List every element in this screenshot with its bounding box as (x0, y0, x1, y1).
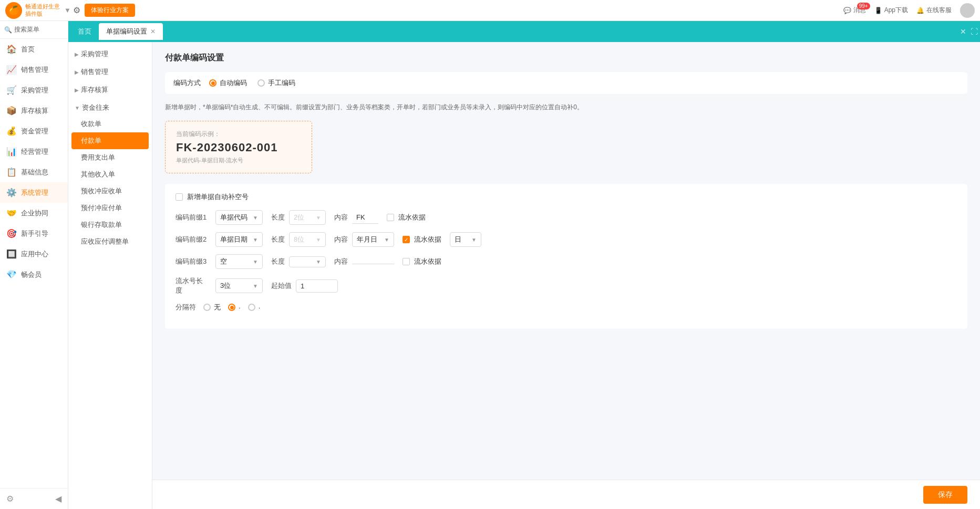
sub-item-bank-deposit[interactable]: 银行存取款单 (68, 216, 152, 233)
sidebar-item-label: 畅会员 (21, 270, 42, 279)
chevron-right-icon: ▶ (75, 51, 79, 57)
prefix-1-content-group: 内容 FK (334, 211, 378, 224)
sidebar-item-apps[interactable]: 🔲 应用中心 (0, 244, 68, 264)
sidebar-item-finance[interactable]: 💰 资金管理 (0, 121, 68, 141)
sub-group-purchase: ▶ 采购管理 (68, 46, 152, 62)
system-icon: ⚙️ (6, 188, 17, 198)
sidebar-item-basic[interactable]: 📋 基础信息 (0, 162, 68, 182)
sep-none-radio[interactable]: 无 (203, 303, 221, 312)
prefix-3-select[interactable]: 空 ▼ (215, 254, 263, 269)
sidebar-item-purchase[interactable]: 🛒 采购管理 (0, 80, 68, 100)
sidebar-item-enterprise[interactable]: 🤝 企业协同 (0, 203, 68, 223)
sidebar-item-label: 企业协同 (21, 209, 48, 218)
sidebar-item-label: 库存核算 (21, 106, 48, 116)
purchase-icon: 🛒 (6, 85, 17, 95)
sidebar-item-label: 资金管理 (21, 127, 48, 136)
sep-dot2-radio[interactable]: · (248, 304, 261, 311)
sidebar-item-label: 经营管理 (21, 147, 48, 157)
sub-item-payment[interactable]: 付款单 (71, 132, 149, 149)
prefix-1-length-select: 2位 ▼ (289, 210, 326, 225)
auto-fill-row: 新增单据自动补空号 (176, 192, 957, 202)
tab-encoding[interactable]: 单据编码设置 ✕ (99, 23, 163, 40)
sidebar-collapse-icon[interactable]: ◀ (55, 494, 61, 504)
settings-icon[interactable]: ⚙ (73, 5, 80, 15)
online-service-button[interactable]: 🔔 在线客服 (916, 6, 952, 15)
auto-encoding-radio[interactable]: 自动编码 (209, 78, 247, 88)
sub-group-sales-title[interactable]: ▶ 销售管理 (68, 64, 152, 80)
sidebar-item-label: 系统管理 (21, 188, 48, 198)
sidebar-item-home[interactable]: 🏠 首页 (0, 39, 68, 59)
sidebar-settings-icon[interactable]: ⚙ (6, 494, 14, 504)
tab-maximize-icon[interactable]: ⛶ (971, 27, 978, 36)
stream-1-label: 流水依据 (398, 213, 426, 222)
sidebar-nav: 🏠 首页 📈 销售管理 🛒 采购管理 📦 库存核算 💰 资金管理 📊 经 (0, 39, 68, 488)
start-value-input[interactable] (296, 279, 338, 293)
sub-item-advance-payable[interactable]: 预付冲应付单 (68, 200, 152, 216)
manual-encoding-radio[interactable]: 手工编码 (257, 78, 295, 88)
content-2-select[interactable]: 年月日 ▼ (352, 232, 394, 247)
prefix-2-content-group: 内容 年月日 ▼ (334, 232, 394, 247)
content-2-arrow: ▼ (384, 237, 389, 243)
top-bar-left: 🍊 畅通道好生意 插件版 ▼ ⚙ 体验行业方案 (5, 2, 135, 19)
auto-fill-checkbox[interactable] (176, 193, 183, 201)
stream-2-checkbox[interactable]: ✓ (403, 236, 410, 243)
sub-group-capital-title[interactable]: ▼ 资金往来 (68, 100, 152, 116)
stream-2-label: 流水依据 (414, 235, 441, 244)
brand-logo-icon: 🍊 (8, 5, 19, 15)
sub-item-expenses[interactable]: 费用支出单 (68, 149, 152, 166)
stream-1-checkbox[interactable] (387, 214, 394, 221)
prefix-1-select[interactable]: 单据代码 ▼ (215, 210, 263, 225)
sidebar-item-sales[interactable]: 📈 销售管理 (0, 59, 68, 80)
sub-item-ar-ap-adjust[interactable]: 应收应付调整单 (68, 233, 152, 250)
tab-home-label: 首页 (78, 27, 91, 36)
prefix-3-length-select[interactable]: ▼ (289, 256, 326, 267)
sidebar-search[interactable]: 🔍 搜索菜单 (0, 21, 68, 39)
save-button[interactable]: 保存 (923, 486, 967, 504)
tab-home[interactable]: 首页 (70, 23, 99, 40)
sub-item-other-income[interactable]: 其他收入单 (68, 166, 152, 183)
sub-item-advance-receivable[interactable]: 预收冲应收单 (68, 183, 152, 200)
experience-button[interactable]: 体验行业方案 (85, 4, 135, 17)
sidebar-item-operations[interactable]: 📊 经营管理 (0, 141, 68, 162)
sep-dot-label: · (239, 304, 241, 311)
preview-label: 当前编码示例： (176, 130, 301, 139)
length-label-2: 长度 (271, 235, 285, 244)
serial-length-select[interactable]: 3位 ▼ (215, 278, 263, 293)
sidebar-item-member[interactable]: 💎 畅会员 (0, 264, 68, 285)
dropdown-arrow-icon[interactable]: ▼ (64, 6, 71, 14)
sidebar-item-guide[interactable]: 🎯 新手引导 (0, 223, 68, 244)
user-avatar[interactable] (960, 3, 975, 18)
app-download-button[interactable]: 📱 App下载 (874, 6, 908, 15)
sidebar-item-system[interactable]: ⚙️ 系统管理 (0, 182, 68, 203)
tab-close-icon[interactable]: ✕ (150, 28, 156, 35)
messages-button[interactable]: 💬 消息 99+ (843, 6, 866, 15)
stream-3-checkbox[interactable] (403, 258, 410, 265)
sub-item-receipts[interactable]: 收款单 (68, 116, 152, 132)
prefix-1-label: 编码前缀1 (176, 213, 207, 222)
tab-minimize-icon[interactable]: ✕ (960, 27, 966, 36)
sidebar-item-inventory[interactable]: 📦 库存核算 (0, 100, 68, 121)
bottom-bar: 保存 (152, 480, 980, 509)
sub-group-label: 采购管理 (81, 49, 108, 59)
apps-icon: 🔲 (6, 249, 17, 259)
sidebar-item-label: 首页 (21, 45, 35, 54)
sub-group-inventory-title[interactable]: ▶ 库存核算 (68, 82, 152, 98)
sidebar-item-label: 采购管理 (21, 86, 48, 95)
prefix-3-arrow: ▼ (253, 259, 258, 265)
sub-group-purchase-title[interactable]: ▶ 采购管理 (68, 46, 152, 62)
prefix-1-value: 单据代码 (220, 213, 247, 222)
main-layout: 🔍 搜索菜单 🏠 首页 📈 销售管理 🛒 采购管理 📦 库存核算 💰 (0, 21, 980, 509)
message-icon: 💬 (843, 7, 851, 14)
sep-none-label: 无 (214, 303, 221, 312)
prefix-2-select[interactable]: 单据日期 ▼ (215, 232, 263, 247)
page-title: 付款单编码设置 (165, 53, 967, 64)
period-group: 日 ▼ (450, 232, 481, 247)
member-icon: 💎 (6, 269, 17, 279)
sep-dot-radio[interactable]: · (228, 304, 241, 311)
stream-3-label: 流水依据 (414, 257, 441, 266)
period-select[interactable]: 日 ▼ (450, 232, 481, 247)
top-bar-right: 💬 消息 99+ 📱 App下载 🔔 在线客服 (843, 3, 975, 18)
prefix-1-length-group: 长度 2位 ▼ (271, 210, 326, 225)
sidebar: 🔍 搜索菜单 🏠 首页 📈 销售管理 🛒 采购管理 📦 库存核算 💰 (0, 21, 68, 509)
serial-length-label: 流水号长度 (176, 276, 207, 295)
